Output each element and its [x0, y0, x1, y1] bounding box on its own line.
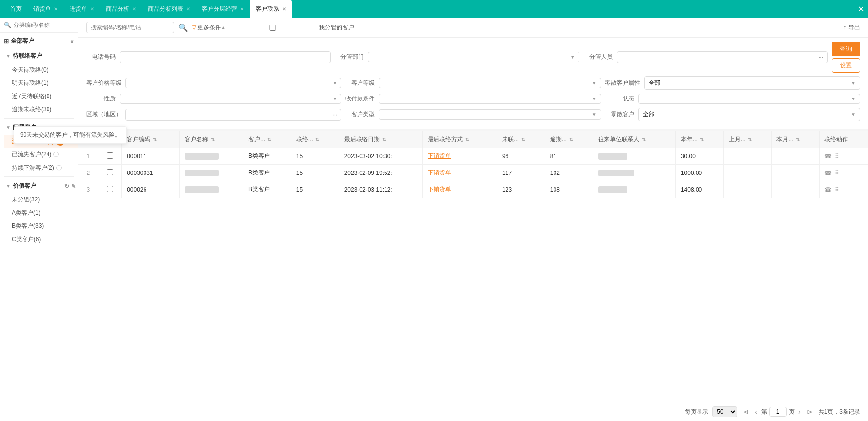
customer-type-select[interactable]: ▼	[379, 109, 601, 120]
price-level-select[interactable]: ▼	[125, 78, 341, 88]
phone-action-icon[interactable]: ☎	[824, 186, 832, 193]
sidebar-item-7days[interactable]: 近7天待联络(0)	[4, 90, 78, 103]
phone-action-icon[interactable]: ☎	[824, 170, 832, 176]
sort-icon[interactable]: ⇅	[642, 137, 646, 142]
sidebar-item-ungroups[interactable]: 未分组(32)	[4, 193, 78, 206]
sort-icon[interactable]: ⇅	[569, 137, 573, 142]
collapse-icon[interactable]: «	[70, 37, 74, 45]
row-checkbox[interactable]	[107, 186, 113, 192]
row-checkbox[interactable]	[107, 152, 113, 159]
filter-field-region: 区域（地区） ···	[86, 109, 341, 121]
sort-icon[interactable]: ⇅	[700, 137, 704, 142]
my-customers-check[interactable]	[229, 25, 317, 31]
more-action-icon[interactable]: ⠿	[835, 186, 839, 193]
sidebar-item-churned[interactable]: 已流失客户(24) ⓘ	[4, 148, 78, 161]
action-icons: ☎ ⠿	[824, 153, 863, 160]
phone-action-icon[interactable]: ☎	[824, 153, 832, 160]
export-button[interactable]: ↑ 导出	[844, 24, 860, 32]
tab-customer-contact[interactable]: 客户联系 ✕	[250, 0, 292, 18]
sidebar-item-class-c[interactable]: C类客户(6)	[4, 233, 78, 246]
query-button[interactable]: 查询	[832, 42, 860, 56]
cell-contact: 15	[291, 148, 339, 165]
filter-bar: 🔍 ▽ 更多条件 ▴ 我分管的客户 ↑ 导出	[78, 18, 868, 38]
prev-page-button[interactable]: ‹	[753, 407, 759, 417]
close-icon[interactable]: ✕	[132, 6, 136, 12]
zero-attr-select[interactable]: 全部 ▼	[644, 76, 860, 90]
refresh-icon[interactable]: ↻	[64, 183, 69, 190]
settings-button[interactable]: 设置	[832, 58, 860, 73]
last-way-link[interactable]: 下销货单	[428, 186, 451, 193]
sort-icon[interactable]: ⇅	[153, 137, 157, 142]
sort-icon[interactable]: ⇅	[796, 137, 800, 142]
window-close-icon[interactable]: ✕	[858, 4, 864, 14]
row-checkbox[interactable]	[107, 169, 113, 175]
close-icon[interactable]: ✕	[54, 6, 58, 12]
tab-customer-tier[interactable]: 客户分层经营 ✕	[196, 0, 250, 18]
search-button[interactable]: 🔍	[178, 23, 188, 32]
first-page-button[interactable]: ⊲	[741, 407, 751, 417]
close-icon[interactable]: ✕	[240, 6, 244, 12]
sort-icon[interactable]: ⇅	[465, 137, 469, 142]
col-type-label: 客户...	[248, 136, 265, 143]
level-select[interactable]: ▼	[379, 78, 601, 88]
person-select[interactable]: ···	[617, 51, 828, 63]
tab-product-list[interactable]: 商品分析列表 ✕	[142, 0, 196, 18]
sidebar-group-pending-title[interactable]: ▼ 待联络客户	[4, 49, 78, 63]
tab-sales[interactable]: 销货单 ✕	[27, 0, 64, 18]
tab-home[interactable]: 首页	[4, 0, 27, 18]
sidebar-item-class-a[interactable]: A类客户(1)	[4, 206, 78, 220]
edit-icon[interactable]: ✎	[71, 183, 76, 190]
more-action-icon[interactable]: ⠿	[835, 170, 839, 176]
filter-field-zero-customer: 零散客户 全部 ▼	[605, 108, 860, 121]
payment-select[interactable]: ▼	[379, 94, 601, 104]
close-icon[interactable]: ✕	[282, 6, 286, 12]
dept-select[interactable]: ▼	[368, 52, 579, 62]
arrow-icon: ▼	[6, 53, 11, 59]
sort-icon[interactable]: ⇅	[521, 137, 525, 142]
action-icons: ☎ ⠿	[824, 170, 863, 176]
search-input[interactable]	[86, 22, 174, 33]
sort-icon[interactable]: ⇅	[382, 137, 386, 142]
last-page-button[interactable]: ⊳	[805, 407, 815, 417]
zero-customer-select[interactable]: 全部 ▼	[638, 108, 860, 121]
cell-checkbox[interactable]	[98, 165, 122, 181]
sidebar-item-declining[interactable]: 持续下滑客户(2) ⓘ	[4, 161, 78, 174]
close-icon[interactable]: ✕	[186, 6, 190, 12]
cell-checkbox[interactable]	[98, 148, 122, 165]
last-way-link[interactable]: 下销货单	[428, 152, 451, 159]
page-number-input[interactable]	[769, 407, 787, 417]
filter-field-nature: 性质 ▼	[86, 94, 341, 104]
my-customers-checkbox[interactable]: 我分管的客户	[229, 24, 354, 32]
more-conditions-toggle[interactable]: ▽ 更多条件 ▴	[192, 24, 225, 32]
last-way-link[interactable]: 下销货单	[428, 169, 451, 176]
sidebar-item-overdue[interactable]: 逾期未联络(30)	[4, 103, 78, 116]
more-action-icon[interactable]: ⠿	[835, 153, 839, 160]
sort-icon[interactable]: ⇅	[315, 137, 319, 142]
col-unit-contact-label: 往来单位联系人	[598, 136, 639, 143]
export-icon: ↑	[844, 24, 846, 31]
cell-this-month	[772, 148, 820, 165]
sort-icon[interactable]: ⇅	[267, 137, 271, 142]
close-icon[interactable]: ✕	[90, 6, 94, 12]
sidebar-item-class-b[interactable]: B类客户(33)	[4, 220, 78, 233]
status-select[interactable]: ▼	[638, 94, 860, 104]
cell-checkbox[interactable]	[98, 181, 122, 198]
sort-icon[interactable]: ⇅	[748, 137, 752, 142]
table-row: 1 000011 ████████ B类客户 15 2023-03-02 10:…	[78, 148, 868, 165]
per-page-select[interactable]: 50 20 100	[712, 406, 737, 417]
th-this-year: 本年... ⇅	[675, 131, 723, 148]
nature-select[interactable]: ▼	[120, 94, 341, 104]
tab-product-analysis[interactable]: 商品分析 ✕	[100, 0, 142, 18]
sidebar-item-today[interactable]: 今天待联络(0)	[4, 63, 78, 76]
zero-customer-value: 全部	[643, 110, 654, 119]
sidebar-item-tomorrow[interactable]: 明天待联络(1)	[4, 76, 78, 90]
region-select[interactable]: ···	[125, 109, 341, 121]
sort-icon[interactable]: ⇅	[211, 137, 215, 142]
sidebar-all-customers[interactable]: ⊞ 全部客户 «	[0, 33, 78, 49]
phone-input[interactable]	[120, 51, 331, 63]
sidebar-group-value-title[interactable]: ▼ 价值客户 ↻ ✎	[4, 179, 78, 193]
sidebar-search-input[interactable]	[13, 22, 74, 28]
next-page-button[interactable]: ›	[796, 407, 803, 417]
tab-purchase[interactable]: 进货单 ✕	[64, 0, 100, 18]
info-icon: ⓘ	[53, 151, 59, 158]
